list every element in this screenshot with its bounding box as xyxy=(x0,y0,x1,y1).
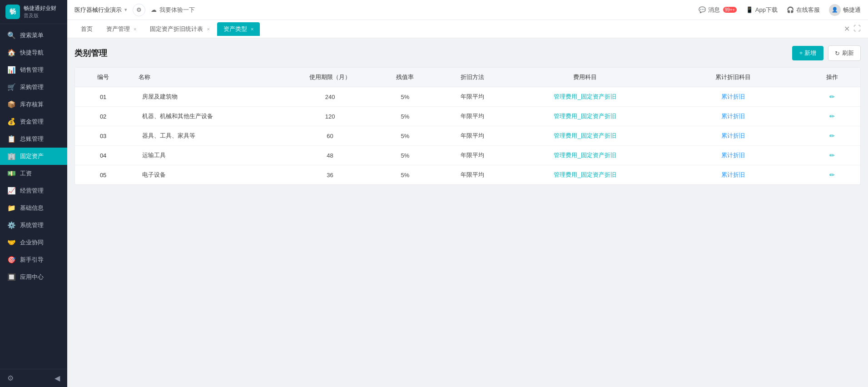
cell-accumulated: 累计折旧 xyxy=(663,126,804,146)
tab-fixed-asset-depreciation[interactable]: 固定资产折旧统计表 × xyxy=(144,22,216,36)
service-icon: 🎧 xyxy=(787,6,794,13)
purchase-icon: 🛒 xyxy=(7,83,15,91)
col-header-expense: 费用科目 xyxy=(507,68,663,87)
sidebar-item-payroll[interactable]: 💵 工资 xyxy=(0,165,67,182)
cell-expense: 管理费用_固定资产折旧 xyxy=(507,107,663,126)
add-button[interactable]: + 新增 xyxy=(792,46,823,60)
cell-method: 年限平均 xyxy=(437,165,507,185)
basic-info-icon: 📁 xyxy=(7,204,15,212)
app-logo: 畅 xyxy=(5,5,20,19)
tab-home-label: 首页 xyxy=(81,25,93,33)
col-header-code: 编号 xyxy=(75,68,131,87)
sidebar-item-system[interactable]: ⚙️ 系统管理 xyxy=(0,217,67,234)
sidebar-item-label: 资金管理 xyxy=(20,118,44,126)
system-icon: ⚙️ xyxy=(7,221,15,229)
sidebar-item-label: 工资 xyxy=(20,169,32,178)
page-content: 类别管理 + 新增 ↻ 刷新 编号 名称 使用期限（月） 残值率 折旧方法 xyxy=(67,38,868,387)
app-download-button[interactable]: 📱 App下载 xyxy=(746,6,778,14)
window-controls: ✕ ⛶ xyxy=(844,25,861,33)
message-label: 消息 xyxy=(708,6,720,14)
sidebar-item-enterprise[interactable]: 🤝 企业协同 xyxy=(0,234,67,251)
cell-action[interactable]: ✏ xyxy=(804,126,860,146)
cell-action[interactable]: ✏ xyxy=(804,146,860,165)
tab-close-icon[interactable]: × xyxy=(134,26,136,32)
header-settings-button[interactable]: ⚙ xyxy=(133,4,145,16)
company-selector[interactable]: 医疗器械行业演示 ▾ xyxy=(74,6,127,14)
cell-expense: 管理费用_固定资产折旧 xyxy=(507,146,663,165)
cell-method: 年限平均 xyxy=(437,146,507,165)
sales-icon: 📊 xyxy=(7,66,15,74)
edit-icon[interactable]: ✏ xyxy=(829,93,835,100)
cell-code: 05 xyxy=(75,165,131,185)
sidebar-item-label: 总账管理 xyxy=(20,135,44,143)
tab-home[interactable]: 首页 xyxy=(74,22,99,36)
sidebar-item-ledger[interactable]: 📋 总账管理 xyxy=(0,130,67,148)
user-menu-button[interactable]: 👤 畅捷通 xyxy=(829,4,861,16)
toggle-sidebar-icon[interactable]: ◀ xyxy=(55,374,60,382)
sidebar-item-quick-nav[interactable]: 🏠 快捷导航 xyxy=(0,44,67,61)
tab-label: 固定资产折旧统计表 xyxy=(150,25,203,33)
cell-residual: 5% xyxy=(373,146,437,165)
app-version: 普及版 xyxy=(24,12,56,19)
payroll-icon: 💵 xyxy=(7,169,15,178)
table-row: 03 器具、工具、家具等 60 5% 年限平均 管理费用_固定资产折旧 累计折旧… xyxy=(75,126,860,146)
sidebar-item-sales[interactable]: 📊 销售管理 xyxy=(0,61,67,79)
header-left: 医疗器械行业演示 ▾ ⚙ ☁ 我要体验一下 xyxy=(74,4,195,16)
sidebar-item-capital[interactable]: 💰 资金管理 xyxy=(0,113,67,130)
operations-icon: 📈 xyxy=(7,187,15,195)
cell-period: 60 xyxy=(287,126,373,146)
app-center-icon: 🔲 xyxy=(7,273,15,281)
sidebar-item-app-center[interactable]: 🔲 应用中心 xyxy=(0,268,67,286)
cell-name: 机器、机械和其他生产设备 xyxy=(131,107,287,126)
tab-asset-management[interactable]: 资产管理 × xyxy=(100,22,143,36)
sidebar-item-inventory[interactable]: 📦 库存核算 xyxy=(0,96,67,113)
table-row: 01 房屋及建筑物 240 5% 年限平均 管理费用_固定资产折旧 累计折旧 ✏ xyxy=(75,87,860,107)
cell-code: 01 xyxy=(75,87,131,107)
message-button[interactable]: 💬 消息 99++ xyxy=(699,6,737,14)
cell-name: 房屋及建筑物 xyxy=(131,87,287,107)
sidebar-item-basic-info[interactable]: 📁 基础信息 xyxy=(0,199,67,217)
edit-icon[interactable]: ✏ xyxy=(829,132,835,139)
user-name: 畅捷通 xyxy=(843,6,861,14)
home-icon: 🏠 xyxy=(7,49,15,57)
sidebar-item-search[interactable]: 🔍 搜索菜单 xyxy=(0,27,67,44)
window-expand-icon[interactable]: ⛶ xyxy=(853,25,861,33)
cell-action[interactable]: ✏ xyxy=(804,165,860,185)
col-header-name: 名称 xyxy=(131,68,287,87)
edit-icon[interactable]: ✏ xyxy=(829,113,835,120)
dropdown-arrow-icon: ▾ xyxy=(124,7,127,13)
edit-icon[interactable]: ✏ xyxy=(829,171,835,179)
app-download-label: App下载 xyxy=(755,6,778,14)
cell-period: 240 xyxy=(287,87,373,107)
experience-button[interactable]: ☁ 我要体验一下 xyxy=(151,6,195,14)
sidebar-item-label: 搜索菜单 xyxy=(20,31,44,40)
cell-period: 48 xyxy=(287,146,373,165)
tab-label: 资产管理 xyxy=(106,25,130,33)
cell-accumulated: 累计折旧 xyxy=(663,107,804,126)
tab-close-icon[interactable]: × xyxy=(207,26,209,32)
cell-name: 电子设备 xyxy=(131,165,287,185)
sidebar-item-label: 新手引导 xyxy=(20,256,44,264)
sidebar-item-fixed-assets[interactable]: 🏢 固定资产 xyxy=(0,148,67,165)
page-actions: + 新增 ↻ 刷新 xyxy=(792,45,861,61)
main-content: 医疗器械行业演示 ▾ ⚙ ☁ 我要体验一下 💬 消息 99++ 📱 App下载 … xyxy=(67,0,868,387)
cell-action[interactable]: ✏ xyxy=(804,87,860,107)
ledger-icon: 📋 xyxy=(7,135,15,143)
download-icon: 📱 xyxy=(746,6,753,13)
online-service-button[interactable]: 🎧 在线客服 xyxy=(787,6,820,14)
sidebar-item-guide[interactable]: 🎯 新手引导 xyxy=(0,251,67,268)
sidebar-item-operations[interactable]: 📈 经营管理 xyxy=(0,182,67,199)
sidebar-item-label: 应用中心 xyxy=(20,273,44,281)
col-header-residual: 残值率 xyxy=(373,68,437,87)
tab-asset-type[interactable]: 资产类型 × xyxy=(217,22,260,36)
edit-icon[interactable]: ✏ xyxy=(829,152,835,159)
sidebar-item-label: 销售管理 xyxy=(20,66,44,74)
page-header: 类别管理 + 新增 ↻ 刷新 xyxy=(74,45,861,61)
settings-icon[interactable]: ⚙ xyxy=(7,374,14,382)
window-close-icon[interactable]: ✕ xyxy=(844,25,850,33)
cell-period: 120 xyxy=(287,107,373,126)
cell-action[interactable]: ✏ xyxy=(804,107,860,126)
sidebar-item-purchase[interactable]: 🛒 采购管理 xyxy=(0,79,67,96)
tab-close-icon[interactable]: × xyxy=(251,26,253,32)
refresh-button[interactable]: ↻ 刷新 xyxy=(828,45,861,61)
